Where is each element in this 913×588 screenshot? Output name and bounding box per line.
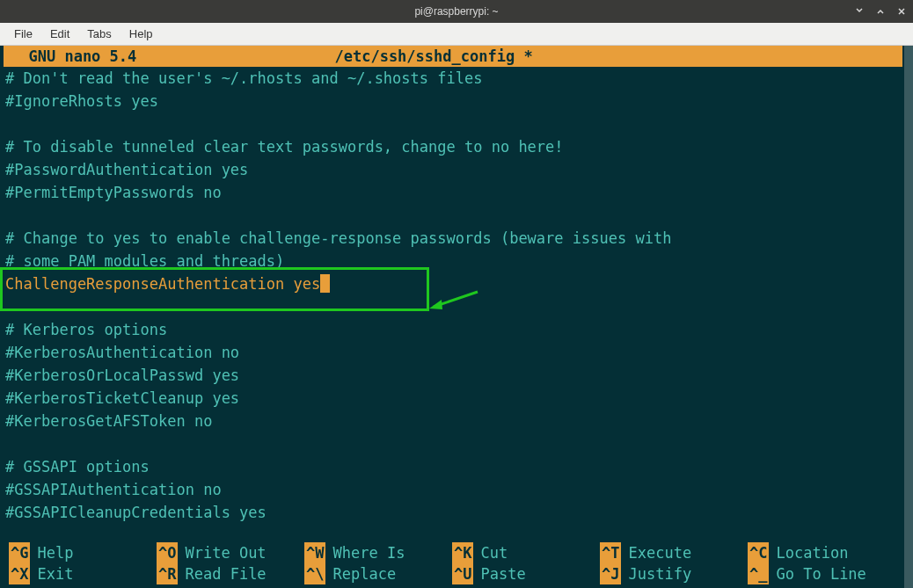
- menu-help[interactable]: Help: [121, 24, 162, 44]
- code-line: [5, 295, 901, 318]
- key-readfile: ^R: [157, 563, 178, 584]
- code-line: #IgnoreRhosts yes: [5, 90, 901, 113]
- terminal-scrollbar[interactable]: [904, 46, 913, 588]
- label-whereis: Where Is: [332, 542, 405, 563]
- close-button[interactable]: [895, 5, 908, 18]
- code-line: #KerberosGetAFSToken no: [5, 410, 901, 432]
- key-whereis: ^W: [304, 542, 325, 563]
- key-cut: ^K: [452, 542, 473, 563]
- label-paste: Paste: [480, 563, 525, 584]
- code-line: #GSSAPICleanupCredentials yes: [5, 501, 901, 524]
- minimize-button[interactable]: [853, 5, 866, 18]
- editor-content[interactable]: # Don't read the user's ~/.rhosts and ~/…: [4, 67, 902, 524]
- code-line: # Change to yes to enable challenge-resp…: [5, 227, 901, 250]
- menu-edit[interactable]: Edit: [41, 24, 78, 44]
- code-line: #GSSAPIAuthentication no: [5, 478, 901, 501]
- code-line: #KerberosAuthentication no: [5, 341, 901, 364]
- label-writeout: Write Out: [185, 542, 266, 563]
- key-replace: ^\: [304, 563, 325, 584]
- window-titlebar: pi@raspberrypi: ~: [0, 0, 913, 23]
- shortcut-row: ^XExit ^RRead File ^\Replace ^UPaste ^JJ…: [9, 563, 897, 584]
- key-help: ^G: [9, 542, 30, 563]
- label-location: Location: [776, 542, 848, 563]
- shortcut-row: ^GHelp ^OWrite Out ^WWhere Is ^KCut ^TEx…: [9, 542, 897, 563]
- menu-bar: File Edit Tabs Help: [0, 23, 913, 46]
- code-line: # GSSAPI options: [5, 455, 901, 478]
- code-line: [5, 204, 901, 227]
- label-execute: Execute: [628, 542, 691, 563]
- code-line: #PasswordAuthentication yes: [5, 158, 901, 181]
- nano-filename: /etc/ssh/sshd_config *: [334, 47, 532, 65]
- key-execute: ^T: [600, 542, 621, 563]
- label-goto: Go To Line: [776, 563, 866, 584]
- key-writeout: ^O: [157, 542, 178, 563]
- nano-titlebar: GNU nano 5.4 /etc/ssh/sshd_config *: [4, 46, 902, 67]
- label-justify: Justify: [628, 563, 691, 584]
- code-line: #PermitEmptyPasswords no: [5, 181, 901, 204]
- key-exit: ^X: [9, 563, 30, 584]
- code-line: [5, 113, 901, 135]
- key-goto: ^_: [748, 563, 769, 584]
- label-readfile: Read File: [185, 563, 266, 584]
- code-line: # Kerberos options: [5, 318, 901, 341]
- key-justify: ^J: [600, 563, 621, 584]
- code-line: #KerberosTicketCleanup yes: [5, 387, 901, 410]
- menu-file[interactable]: File: [5, 24, 41, 44]
- terminal-area[interactable]: GNU nano 5.4 /etc/ssh/sshd_config * # Do…: [0, 46, 913, 588]
- code-line-active: ChallengeResponseAuthentication yes: [5, 272, 901, 295]
- code-line: # To disable tunneled clear text passwor…: [5, 135, 901, 158]
- key-paste: ^U: [452, 563, 473, 584]
- label-replace: Replace: [332, 563, 396, 584]
- text-cursor: [320, 274, 330, 293]
- maximize-button[interactable]: [874, 5, 887, 18]
- scrollbar-thumb[interactable]: [904, 46, 913, 588]
- code-line: #KerberosOrLocalPasswd yes: [5, 364, 901, 387]
- label-cut: Cut: [480, 542, 508, 563]
- label-exit: Exit: [37, 563, 73, 584]
- active-text: ChallengeResponseAuthentication yes: [5, 275, 320, 293]
- key-location: ^C: [748, 542, 769, 563]
- label-help: Help: [37, 542, 73, 563]
- nano-shortcut-bar: ^GHelp ^OWrite Out ^WWhere Is ^KCut ^TEx…: [4, 542, 902, 588]
- code-line: # Don't read the user's ~/.rhosts and ~/…: [5, 67, 901, 90]
- code-line: # some PAM modules and threads): [5, 250, 901, 272]
- menu-tabs[interactable]: Tabs: [78, 24, 120, 44]
- nano-app-name: GNU nano 5.4: [11, 47, 136, 65]
- code-line: [5, 432, 901, 455]
- window-title: pi@raspberrypi: ~: [414, 5, 498, 18]
